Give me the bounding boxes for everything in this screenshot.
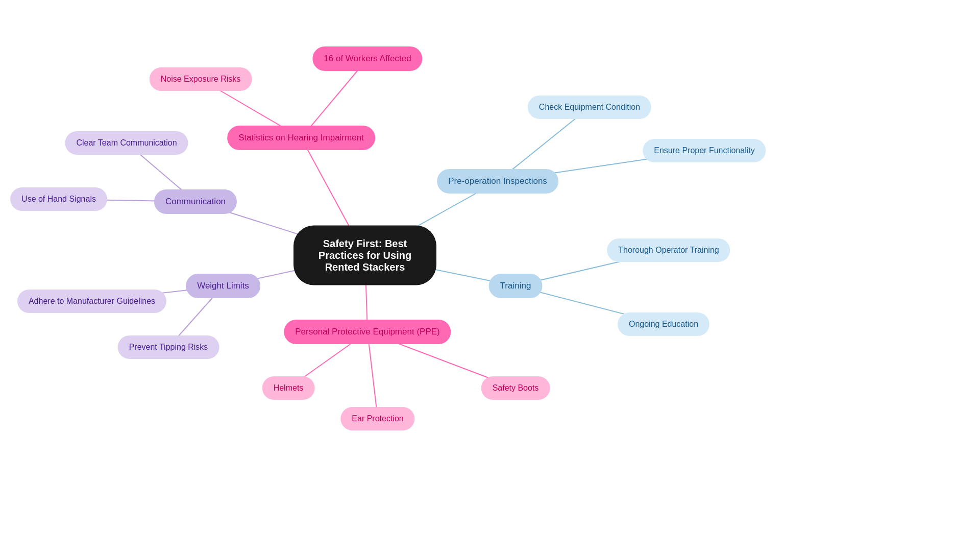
node-thorough-training: Thorough Operator Training — [607, 238, 730, 262]
node-communication: Communication — [154, 189, 237, 214]
node-ensure-functionality: Ensure Proper Functionality — [643, 139, 766, 162]
svg-line-13 — [368, 332, 378, 419]
node-safety-boots: Safety Boots — [481, 376, 550, 400]
node-ear-protection: Ear Protection — [340, 407, 414, 430]
node-weight-limits: Weight Limits — [186, 274, 260, 298]
node-training: Training — [489, 274, 543, 298]
center-node: Safety First: Best Practices for Using R… — [293, 226, 436, 285]
node-stats-hearing: Statistics on Hearing Impairment — [227, 126, 375, 150]
node-ppe: Personal Protective Equipment (PPE) — [284, 320, 451, 344]
node-helmets: Helmets — [262, 376, 315, 400]
node-ongoing-education: Ongoing Education — [618, 312, 709, 336]
node-pre-op: Pre-operation Inspections — [437, 169, 558, 194]
node-clear-team: Clear Team Communication — [65, 131, 188, 155]
node-16workers: 16 of Workers Affected — [312, 46, 422, 71]
node-check-equipment: Check Equipment Condition — [528, 95, 651, 119]
node-hand-signals: Use of Hand Signals — [10, 187, 107, 211]
node-noise-exposure: Noise Exposure Risks — [150, 67, 252, 91]
node-adhere-manufacturer: Adhere to Manufacturer Guidelines — [17, 290, 166, 313]
mindmap-container: Safety First: Best Practices for Using R… — [0, 0, 980, 553]
node-prevent-tipping: Prevent Tipping Risks — [118, 335, 219, 359]
connections-svg — [0, 0, 980, 553]
